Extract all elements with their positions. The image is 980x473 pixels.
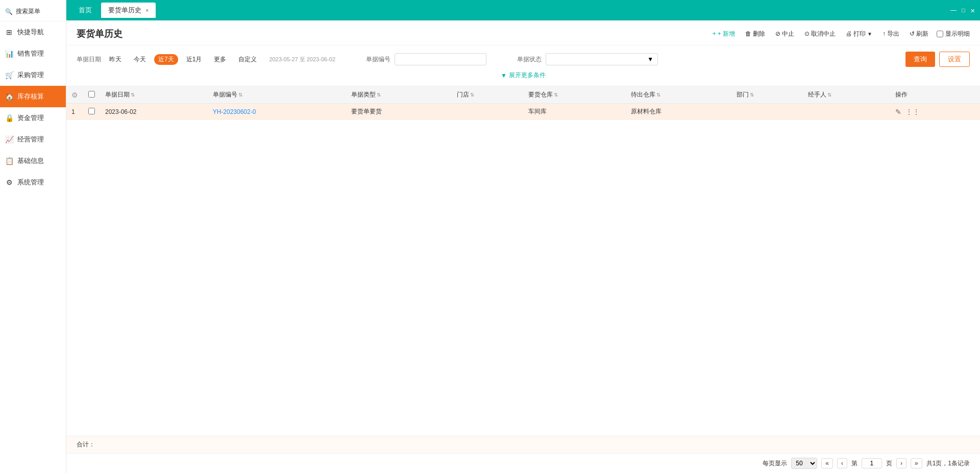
row-department [731,104,803,120]
export-button[interactable]: ↑ 导出 [880,28,901,40]
delete-label: 删除 [753,30,765,38]
page-input[interactable] [862,458,882,468]
tab-active[interactable]: 要货单历史 × [101,3,156,18]
print-icon: 🖨 [846,30,852,37]
last-page-btn[interactable]: » [911,458,922,468]
sidebar-item-purchase[interactable]: 🛒 采购管理 [0,64,66,86]
cancel-stop-button[interactable]: ⊙ 取消中止 [802,28,838,40]
detail-checkbox[interactable] [937,31,943,37]
refresh-button[interactable]: ↺ 刷新 [908,28,930,40]
toolbar: + + 新增 🗑 删除 ⊘ 中止 ⊙ 取消中止 🖨 打印 [710,28,970,40]
sidebar-item-quick-nav[interactable]: ⊞ 快捷导航 [0,21,66,43]
column-settings-th[interactable]: ⚙ [66,86,83,104]
th-req-warehouse[interactable]: 要货仓库⇅ [523,86,626,104]
date-btn-yesterday[interactable]: 昨天 [105,54,126,65]
sidebar-item-system[interactable]: ⚙ 系统管理 [0,172,66,193]
purchase-icon: 🛒 [5,71,13,79]
row-index: 1 [66,104,83,120]
doc-no-input[interactable] [395,53,486,65]
first-page-btn[interactable]: « [821,458,833,468]
tab-close-icon[interactable]: × [145,7,149,13]
sort-date-icon: ⇅ [131,92,135,98]
page-title: 要货单历史 [77,28,122,40]
data-table: ⚙ 单据日期⇅ 单据编号⇅ 单据类型⇅ [66,86,980,120]
page-suffix: 页 [886,459,892,468]
status-filter-label: 单据状态 [517,55,542,64]
row-checkbox-cell [83,104,100,120]
query-button[interactable]: 查询 [905,52,935,67]
new-button[interactable]: + + 新增 [710,28,737,40]
select-all-checkbox[interactable] [88,91,95,98]
sort-doctype-icon: ⇅ [377,92,381,98]
sidebar-item-sales[interactable]: 📊 销售管理 [0,43,66,64]
row-edit-icon[interactable]: ✎ [895,108,901,116]
sidebar-item-label: 资金管理 [17,113,44,123]
sidebar-item-label: 库存核算 [17,92,44,101]
status-filter-group: 单据状态 ▼ [517,53,658,65]
cancel-stop-label: 取消中止 [811,30,836,38]
window-close-btn[interactable]: × [970,6,975,15]
delete-icon: 🗑 [745,30,751,37]
doc-no-filter-group: 单据编号 [366,53,486,65]
show-detail-label: 显示明细 [945,30,970,38]
expand-icon: ▼ [501,72,507,79]
row-checkbox[interactable] [88,108,95,114]
page-size-select[interactable]: 50 20 100 [791,458,817,469]
date-btn-more[interactable]: 更多 [210,54,230,65]
print-button[interactable]: 🖨 打印 ▼ [844,28,874,40]
checkbox-th [83,86,100,104]
window-maximize-btn[interactable]: □ [962,7,965,14]
show-detail-checkbox[interactable]: 显示明细 [937,30,970,38]
th-store[interactable]: 门店⇅ [452,86,523,104]
sidebar-item-label: 系统管理 [17,178,44,187]
home-tab-label: 首页 [79,6,92,15]
delete-button[interactable]: 🗑 删除 [743,28,767,40]
row-more-icon[interactable]: ⋮⋮ [905,108,920,116]
date-btn-custom[interactable]: 自定义 [234,54,261,65]
refresh-label: 刷新 [916,30,928,38]
expand-label: 展开更多条件 [509,71,546,80]
th-pending-warehouse[interactable]: 待出仓库⇅ [626,86,731,104]
th-department[interactable]: 部门⇅ [731,86,803,104]
cancel-stop-icon: ⊙ [804,30,810,37]
row-doc-type: 要货单要货 [346,104,452,120]
date-btn-today[interactable]: 今天 [130,54,150,65]
topbar: 首页 要货单历史 × — □ × [66,0,980,20]
sidebar-item-label: 销售管理 [17,49,44,58]
settings-button[interactable]: 设置 [939,52,970,67]
th-doc-no[interactable]: 单据编号⇅ [208,86,346,104]
plus-icon: + [713,30,716,37]
sidebar-search[interactable]: 🔍 搜索菜单 [0,0,66,21]
sidebar-item-basic-info[interactable]: 📋 基础信息 [0,150,66,172]
quick-nav-icon: ⊞ [5,28,13,36]
th-doc-type[interactable]: 单据类型⇅ [346,86,452,104]
operation-icon: 📈 [5,135,13,144]
doc-no-link[interactable]: YH-20230602-0 [213,108,256,115]
th-handler[interactable]: 经手人⇅ [803,86,890,104]
sidebar-item-finance[interactable]: 🔒 资金管理 [0,107,66,129]
th-date[interactable]: 单据日期⇅ [100,86,208,104]
sales-icon: 📊 [5,50,13,58]
expand-more-btn[interactable]: ▼ 展开更多条件 [77,71,970,80]
date-btn-7days[interactable]: 近7天 [154,54,178,65]
sidebar-item-operation[interactable]: 📈 经营管理 [0,129,66,150]
date-btn-1month[interactable]: 近1月 [182,54,206,65]
date-shortcuts: 昨天 今天 近7天 近1月 更多 自定义 [105,54,261,65]
row-date: 2023-06-02 [100,104,208,120]
sidebar-item-label: 快捷导航 [17,28,44,37]
table-row: 1 2023-06-02 YH-20230602-0 要货单要货 车间库 原材料… [66,104,980,120]
basic-info-icon: 📋 [5,157,13,165]
print-label: 打印 [853,30,866,38]
tab-home[interactable]: 首页 [71,3,99,18]
status-select[interactable]: ▼ [546,53,658,65]
next-page-btn[interactable]: › [896,458,906,468]
prev-page-btn[interactable]: ‹ [837,458,847,468]
finance-icon: 🔒 [5,114,13,122]
stop-button[interactable]: ⊘ 中止 [773,28,796,40]
sidebar-item-inventory[interactable]: 🏠 库存核算 [0,86,66,107]
new-label: + 新增 [718,30,735,38]
sort-store-icon: ⇅ [470,92,474,98]
window-minimize-btn[interactable]: — [950,7,957,14]
pagination: 每页显示 50 20 100 « ‹ 第 页 › » 共1页，1条记录 [66,453,980,473]
stop-label: 中止 [782,30,794,38]
